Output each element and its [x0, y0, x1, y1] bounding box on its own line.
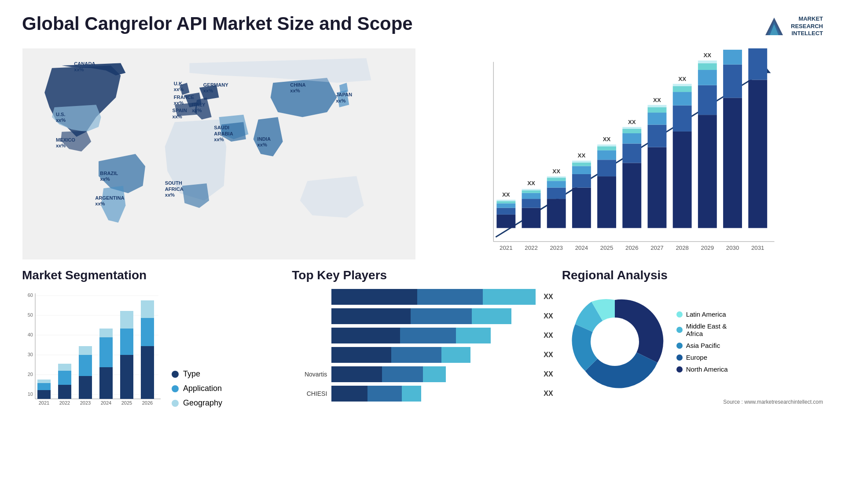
- svg-rect-89: [673, 131, 692, 228]
- svg-rect-78: [622, 129, 641, 133]
- svg-text:2031: 2031: [751, 245, 764, 251]
- svg-rect-51: [522, 189, 541, 190]
- player-bar-1: [331, 289, 536, 305]
- legend-north-america: North America: [676, 365, 728, 373]
- bottom-grid: Market Segmentation 60 50 40 30 20 10: [22, 268, 823, 408]
- svg-rect-103: [723, 98, 742, 228]
- latin-america-dot: [676, 311, 683, 318]
- svg-text:xx%: xx%: [192, 108, 202, 113]
- svg-text:2026: 2026: [142, 400, 153, 405]
- page-container: Global Cangrelor API Market Size and Sco…: [0, 0, 845, 504]
- svg-text:ARABIA: ARABIA: [214, 131, 233, 136]
- svg-rect-44: [496, 200, 515, 201]
- logo-icon: [761, 13, 787, 40]
- svg-rect-72: [597, 145, 616, 146]
- svg-rect-40: [496, 215, 515, 228]
- svg-text:CHINA: CHINA: [290, 82, 305, 88]
- middle-east-dot: [676, 327, 683, 333]
- svg-rect-70: [597, 150, 616, 160]
- player-row-1: XX: [292, 289, 553, 305]
- svg-text:MEXICO: MEXICO: [56, 137, 75, 142]
- svg-rect-84: [648, 113, 667, 125]
- svg-text:xx%: xx%: [174, 87, 184, 92]
- svg-rect-105: [723, 50, 742, 65]
- svg-rect-62: [572, 174, 591, 188]
- legend-latin-america: Latin America: [676, 310, 728, 318]
- bar-chart-svg: XX 2021 XX 2022: [429, 48, 823, 259]
- svg-rect-130: [58, 385, 71, 399]
- svg-text:2028: 2028: [676, 245, 689, 251]
- player-value-3: XX: [544, 332, 553, 340]
- player-row-2: XX: [292, 308, 553, 324]
- map-section: CANADA xx% U.S. xx% MEXICO xx% BRAZIL xx…: [22, 48, 416, 259]
- svg-rect-100: [698, 61, 717, 63]
- svg-text:2025: 2025: [600, 245, 614, 251]
- svg-text:xx%: xx%: [165, 192, 175, 197]
- svg-rect-83: [648, 125, 667, 147]
- svg-rect-86: [648, 105, 667, 107]
- svg-rect-92: [673, 86, 692, 92]
- svg-text:xx%: xx%: [74, 67, 84, 72]
- player-value-chiesi: XX: [544, 390, 553, 398]
- regional-title: Regional Analysis: [562, 268, 823, 282]
- segmentation-chart: 60 50 40 30 20 10: [22, 289, 163, 408]
- svg-rect-75: [622, 163, 641, 228]
- svg-rect-42: [496, 203, 515, 208]
- player-value-4: XX: [544, 351, 553, 359]
- svg-rect-148: [141, 300, 154, 318]
- donut-chart: [562, 289, 668, 394]
- svg-rect-139: [99, 337, 113, 367]
- svg-rect-56: [547, 181, 566, 187]
- svg-rect-85: [648, 107, 667, 113]
- svg-text:40: 40: [28, 332, 33, 337]
- svg-rect-93: [673, 84, 692, 86]
- svg-text:XX: XX: [678, 76, 686, 82]
- svg-rect-109: [748, 48, 767, 80]
- logo-text: MARKET RESEARCH INTELLECT: [791, 15, 823, 38]
- svg-rect-43: [496, 201, 515, 203]
- player-value-2: XX: [544, 312, 553, 320]
- svg-rect-50: [522, 190, 541, 193]
- europe-dot: [676, 354, 683, 361]
- svg-text:2027: 2027: [650, 245, 664, 251]
- svg-rect-131: [58, 371, 71, 385]
- svg-text:XX: XX: [527, 180, 535, 186]
- svg-text:XX: XX: [502, 191, 510, 198]
- svg-text:XX: XX: [628, 119, 636, 125]
- player-value-novartis: XX: [544, 370, 553, 378]
- svg-text:SOUTH: SOUTH: [165, 180, 182, 186]
- svg-rect-55: [547, 188, 566, 199]
- svg-text:2024: 2024: [101, 400, 111, 405]
- svg-rect-54: [547, 199, 566, 228]
- svg-rect-49: [522, 193, 541, 199]
- svg-rect-127: [37, 383, 51, 390]
- type-dot: [172, 371, 179, 378]
- svg-rect-69: [597, 160, 616, 176]
- svg-text:2029: 2029: [701, 245, 714, 251]
- svg-text:2021: 2021: [39, 400, 49, 405]
- regional-legend: Latin America Middle East &Africa Asia P…: [676, 310, 728, 373]
- svg-rect-91: [673, 92, 692, 106]
- svg-rect-76: [622, 144, 641, 163]
- svg-text:ITALY: ITALY: [192, 102, 206, 107]
- svg-text:10: 10: [28, 391, 33, 397]
- players-chart: XX XX: [292, 289, 553, 402]
- player-row-chiesi: CHIESI XX: [292, 386, 553, 402]
- application-dot: [172, 385, 179, 392]
- svg-text:2030: 2030: [726, 245, 739, 251]
- svg-rect-142: [120, 355, 133, 399]
- svg-text:xx%: xx%: [95, 201, 105, 206]
- legend-middle-east: Middle East &Africa: [676, 322, 728, 337]
- player-row-novartis: Novartis XX: [292, 366, 553, 382]
- svg-text:2023: 2023: [550, 245, 563, 251]
- svg-rect-128: [37, 380, 51, 383]
- svg-text:30: 30: [28, 352, 33, 357]
- svg-text:xx%: xx%: [290, 88, 300, 93]
- player-bar-novartis: [331, 366, 536, 382]
- svg-text:XX: XX: [578, 152, 586, 159]
- svg-text:AFRICA: AFRICA: [165, 186, 184, 192]
- svg-rect-79: [622, 127, 641, 129]
- player-row-4: XX: [292, 347, 553, 363]
- svg-rect-64: [572, 162, 591, 166]
- svg-rect-48: [522, 199, 541, 208]
